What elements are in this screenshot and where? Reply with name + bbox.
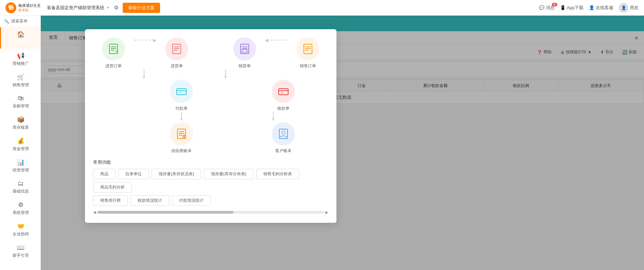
- svg-rect-28: [279, 129, 288, 139]
- message-action[interactable]: 💬 消息 5: [539, 5, 555, 11]
- modal-scrollbar: ◀ ▶: [93, 210, 328, 215]
- sidebar-item-guide[interactable]: 📖 新手引导: [0, 240, 40, 262]
- basic-icon: 🗂: [18, 180, 24, 187]
- payment-circle: ￥: [170, 80, 193, 103]
- app-container: 畅 畅康通好生意 标准版 装备及固定资产辅助管理系统 ▼ ⚙ 体验行业方案 💬 …: [0, 0, 644, 270]
- svg-rect-11: [242, 50, 247, 52]
- scrollbar-thumb[interactable]: [98, 211, 233, 214]
- common-functions-title: 常用功能: [93, 159, 328, 165]
- system-icon: ⚙: [18, 201, 23, 209]
- logo-area: 畅 畅康通好生意 标准版: [5, 2, 43, 13]
- common-buttons-row2: 销售排行榜 收款情况统计 付款情况统计: [93, 195, 328, 206]
- home-icon: 🏠: [17, 31, 24, 38]
- svg-rect-19: [279, 89, 288, 95]
- sidebar-item-inventory[interactable]: 📦 库存核算: [0, 112, 40, 134]
- search-icon: 🔍: [4, 19, 9, 24]
- top-bar: 畅 畅康通好生意 标准版 装备及固定资产辅助管理系统 ▼ ⚙ 体验行业方案 💬 …: [0, 0, 644, 16]
- svg-point-29: [282, 131, 285, 134]
- arrow-sales-order-to-bill: ◀: [265, 37, 288, 52]
- common-functions-section: 常用功能 商品 往来单位 现存量(库存状况表) 现存量(库存分布表) 销售毛利分…: [93, 159, 328, 206]
- scroll-right-arrow[interactable]: ▶: [325, 210, 328, 215]
- top-right-actions: 💬 消息 5 📱 App下载 👤 在线客服 👤 用友: [539, 3, 639, 13]
- arrow-down-sales: ▼: [215, 69, 236, 80]
- common-btn-goods-profit[interactable]: 商品毛利分析: [93, 182, 132, 193]
- operations-icon: 📊: [17, 159, 24, 166]
- arrow-down-purchase: ▼: [134, 69, 154, 80]
- flow-node-sales-order[interactable]: 销售订单: [288, 37, 328, 69]
- common-btn-payments-stats[interactable]: 付款情况统计: [172, 195, 211, 206]
- search-menu[interactable]: 🔍 搜索菜单: [0, 16, 40, 27]
- svg-rect-16: [177, 89, 186, 95]
- main-area: 🔍 搜索菜单 🏠 快捷导航 📢 营销推广 🛒 销售管理 🛍 采购管理 📦: [0, 16, 644, 270]
- purchase-icon: 🛍: [18, 95, 24, 102]
- flow-node-receipt[interactable]: ￥ 收款单: [263, 80, 304, 111]
- trial-button[interactable]: 体验行业方案: [123, 3, 160, 13]
- purchase-order-circle: [102, 37, 125, 60]
- common-btn-related-units[interactable]: 往来单位: [118, 169, 149, 179]
- flow-node-supplier-account[interactable]: 账 供应商账本: [161, 122, 202, 154]
- svg-text:￥: ￥: [179, 91, 181, 94]
- supplier-account-circle: 账: [170, 122, 193, 145]
- svg-text:账: 账: [183, 136, 186, 138]
- common-btn-sales-rank[interactable]: 销售排行榜: [93, 195, 128, 206]
- common-btn-inventory-status[interactable]: 现存量(库存状况表): [152, 169, 201, 179]
- system-title: 装备及固定资产辅助管理系统 ▼: [47, 5, 110, 11]
- sidebar-item-sales[interactable]: 🛒 销售管理: [0, 70, 40, 91]
- flow-node-sales-bill[interactable]: 销货单: [224, 37, 265, 69]
- flow-modal: 进货订单 ▶ 进货单: [85, 29, 336, 223]
- flow-node-payment[interactable]: ￥ 付款单: [161, 80, 202, 111]
- common-btn-receipts-stats[interactable]: 收款情况统计: [130, 195, 169, 206]
- common-btn-goods[interactable]: 商品: [93, 169, 116, 179]
- customer-account-circle: [272, 122, 295, 145]
- corp-icon: 🤝: [17, 222, 24, 230]
- purchase-bill-circle: [165, 37, 188, 60]
- guide-icon: 📖: [17, 244, 24, 251]
- sidebar-item-finance[interactable]: 💰 资金管理: [0, 134, 40, 155]
- arrow-down-receipt: ▼: [263, 111, 283, 122]
- flow-node-purchase-order[interactable]: 进货订单: [93, 37, 134, 69]
- flow-diagram: 进货订单 ▶ 进货单: [93, 37, 328, 154]
- scroll-left-arrow[interactable]: ◀: [93, 210, 96, 215]
- sidebar-item-purchase[interactable]: 🛍 采购管理: [0, 91, 40, 112]
- arrow-down-payment: ▼: [171, 111, 192, 122]
- sidebar-item-operations[interactable]: 📊 经营管理: [0, 155, 40, 177]
- content-area: 首页 销售订单执行表 ✕ ✕ ❓ 帮助 🖨 按模板打印 ▼: [41, 16, 644, 270]
- sales-bill-circle: [233, 37, 256, 60]
- user-area[interactable]: 👤 用友: [619, 3, 639, 13]
- sales-order-circle: [296, 37, 319, 60]
- inventory-icon: 📦: [17, 116, 24, 123]
- sidebar: 🔍 搜索菜单 🏠 快捷导航 📢 营销推广 🛒 销售管理 🛍 采购管理 📦: [0, 16, 41, 270]
- scrollbar-track[interactable]: [98, 211, 324, 214]
- finance-icon: 💰: [17, 137, 24, 145]
- settings-icon[interactable]: ⚙: [114, 4, 119, 11]
- sidebar-item-basic[interactable]: 🗂 基础信息: [0, 177, 40, 198]
- message-icon: 💬: [539, 5, 544, 10]
- system-dropdown-arrow[interactable]: ▼: [106, 6, 110, 10]
- sidebar-item-marketing[interactable]: 📢 营销推广: [0, 49, 40, 70]
- app-download-action[interactable]: 📱 App下载: [560, 5, 584, 11]
- flow-node-purchase-bill[interactable]: 进货单: [157, 37, 197, 69]
- common-btn-sales-profit[interactable]: 销售毛利分析表: [256, 169, 299, 179]
- common-btn-inventory-dist[interactable]: 现存量(库存分布表): [204, 169, 254, 179]
- common-buttons-row1: 商品 往来单位 现存量(库存状况表) 现存量(库存分布表) 销售毛利分析表 商品…: [93, 169, 328, 193]
- user-avatar: 👤: [619, 3, 628, 13]
- message-badge: 5: [552, 3, 557, 6]
- sales-icon: 🛒: [17, 73, 24, 81]
- flow-node-customer-account[interactable]: 客户账本: [263, 122, 304, 154]
- arrow-purchase-order-to-bill: ▶: [134, 37, 157, 52]
- sidebar-item-quick-nav[interactable]: 🏠 快捷导航: [0, 27, 40, 49]
- logo-icon: 畅: [5, 2, 16, 13]
- svg-text:￥: ￥: [281, 91, 283, 94]
- sidebar-item-corp[interactable]: 🤝 企业协同: [0, 219, 40, 240]
- logo-text: 畅康通好生意 标准版: [18, 3, 41, 12]
- service-icon: 👤: [589, 5, 594, 10]
- sidebar-item-system[interactable]: ⚙ 系统管理: [0, 198, 40, 219]
- online-service-action[interactable]: 👤 在线客服: [589, 5, 613, 11]
- phone-icon: 📱: [560, 5, 565, 10]
- receipt-circle: ￥: [272, 80, 295, 103]
- marketing-icon: 📢: [17, 52, 24, 59]
